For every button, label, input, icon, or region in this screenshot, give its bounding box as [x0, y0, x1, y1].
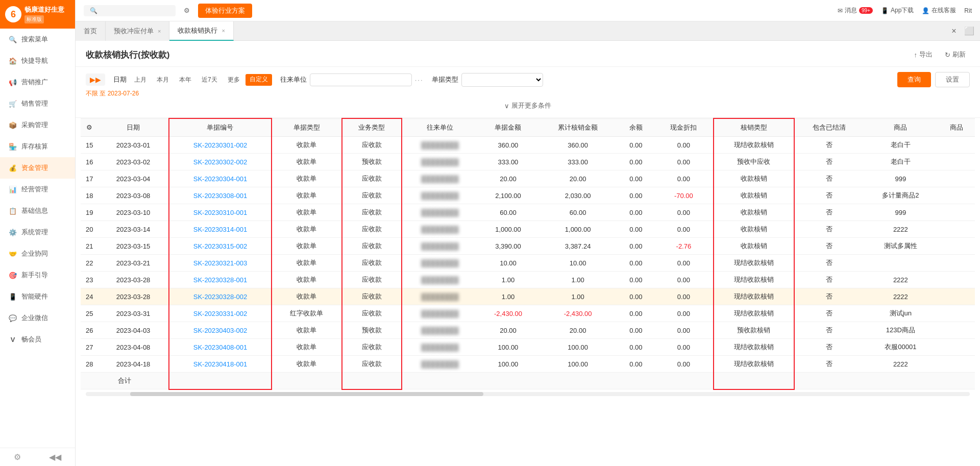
user-name[interactable]: Rit	[964, 7, 972, 14]
voucher-link[interactable]: SK-20230310-001	[193, 209, 248, 216]
expand-conditions-btn[interactable]: ∨ 展开更多条件	[86, 101, 970, 110]
col-header-balance: 余额	[618, 118, 655, 137]
voucher-link[interactable]: SK-20230331-002	[193, 310, 248, 317]
collapse-icon[interactable]: ◀◀	[49, 452, 61, 462]
sidebar-item-enterprise[interactable]: 🤝 企业协同	[0, 243, 75, 264]
voucher-link[interactable]: SK-20230308-001	[193, 192, 248, 200]
app-label: App下载	[891, 6, 914, 15]
filter-bar: ▶▶ 日期 上月 本月 本年 近7天 更多 自定义 往来单位	[76, 67, 980, 118]
cell-product2	[938, 322, 975, 339]
guide-icon: 🎯	[8, 271, 17, 280]
expand-tab-button[interactable]: ⬜	[963, 24, 976, 38]
close-tab-button[interactable]: ×	[947, 24, 961, 38]
sidebar-item-basic[interactable]: 📋 基础信息	[0, 200, 75, 222]
cell-biz-type: 应收款	[342, 170, 402, 187]
query-button[interactable]: 查询	[897, 72, 931, 87]
col-header-product2: 商品	[938, 118, 975, 137]
date-custom-btn[interactable]: 自定义	[246, 74, 272, 86]
service-icon: 👤	[922, 7, 929, 14]
message-button[interactable]: ✉ 消息 99+	[838, 6, 873, 15]
sidebar-item-inventory[interactable]: 🏪 库存核算	[0, 136, 75, 157]
cell-verify-amount: 333.00	[538, 154, 618, 170]
date-range-text: 不限 至 2023-07-26	[86, 90, 139, 97]
sidebar-item-quicknav[interactable]: 🏠 快捷导航	[0, 50, 75, 71]
gear-button[interactable]: ⚙	[180, 4, 194, 18]
partner-input[interactable]	[310, 73, 412, 86]
cell-balance: 0.00	[618, 322, 655, 339]
sidebar-item-wechat[interactable]: 💬 企业微信	[0, 307, 75, 329]
cell-product1: 衣服00001	[863, 339, 938, 356]
voucher-link[interactable]: SK-20230403-002	[193, 327, 248, 334]
filter-action-buttons: 查询 设置	[897, 72, 970, 87]
cell-balance: 0.00	[618, 221, 655, 238]
tab-verify[interactable]: 收款核销执行 ×	[169, 21, 233, 41]
voucher-link[interactable]: SK-20230328-001	[193, 276, 248, 284]
cell-discount: 0.00	[654, 339, 713, 356]
date-btn-last-month[interactable]: 上月	[130, 74, 151, 86]
voucher-link[interactable]: SK-20230314-001	[193, 226, 248, 233]
sidebar-item-purchase[interactable]: 📦 采购管理	[0, 114, 75, 136]
horizontal-scrollbar[interactable]	[86, 392, 970, 396]
cell-verify-type: 收款核销	[714, 170, 794, 187]
date-btn-7days[interactable]: 近7天	[197, 74, 222, 86]
cell-voucher-type: 收款单	[272, 187, 341, 204]
voucher-link[interactable]: SK-20230328-002	[193, 293, 248, 301]
page-title: 收款核销执行(按收款)	[86, 49, 169, 61]
voucher-link[interactable]: SK-20230321-003	[193, 259, 248, 267]
sidebar-item-system[interactable]: ⚙️ 系统管理	[0, 222, 75, 243]
cell-discount: 0.00	[654, 221, 713, 238]
sidebar-item-hardware[interactable]: 📱 智能硬件	[0, 286, 75, 307]
solution-button[interactable]: 体验行业方案	[198, 4, 252, 18]
sidebar-item-guide[interactable]: 🎯 新手引导	[0, 264, 75, 286]
table-row: 26 2023-04-03 SK-20230403-002 收款单 预收款 ██…	[81, 322, 975, 339]
tab-close-icon[interactable]: ×	[158, 28, 161, 34]
date-range-display: 不限 至 2023-07-26	[86, 89, 970, 98]
service-button[interactable]: 👤 在线客服	[922, 6, 956, 15]
wechat-icon: 💬	[8, 313, 17, 323]
date-btn-this-year[interactable]: 本年	[175, 74, 196, 86]
sidebar-item-sales[interactable]: 🛒 销售管理	[0, 93, 75, 114]
voucher-link[interactable]: SK-20230418-001	[193, 360, 248, 368]
table-area[interactable]: ⚙ 日期 单据编号 单据类型 业务类型 往来单位 单据金额 累计核销金额 余额 …	[76, 118, 980, 466]
cell-discount: 0.00	[654, 137, 713, 154]
sidebar-item-search[interactable]: 🔍 搜索菜单	[0, 29, 75, 50]
settings-button[interactable]: 设置	[935, 72, 970, 87]
scrollbar-thumb[interactable]	[130, 392, 484, 396]
col-header-verify-type: 核销类型	[714, 118, 794, 137]
date-btn-this-month[interactable]: 本月	[152, 74, 174, 86]
cell-amount: 100.00	[478, 356, 538, 373]
cell-product2	[938, 272, 975, 288]
tab-prepay[interactable]: 预收冲应付单 ×	[106, 21, 169, 41]
tab-close-icon[interactable]: ×	[222, 28, 225, 34]
sidebar-item-finance[interactable]: 💰 资金管理	[0, 157, 75, 179]
settings-icon[interactable]: ⚙	[14, 452, 21, 462]
refresh-button[interactable]: ↻ 刷新	[941, 48, 970, 61]
cell-partner: ████████	[402, 170, 478, 187]
voucher-link[interactable]: SK-20230302-002	[193, 158, 248, 166]
sidebar-item-member[interactable]: V 畅会员	[0, 329, 75, 350]
cell-balance: 0.00	[618, 255, 655, 272]
date-btn-more[interactable]: 更多	[223, 74, 244, 86]
voucher-type-select[interactable]	[461, 73, 543, 87]
cell-product2	[938, 154, 975, 170]
sidebar-item-operations[interactable]: 📊 经营管理	[0, 179, 75, 200]
voucher-link[interactable]: SK-20230408-001	[193, 344, 248, 351]
sidebar-item-marketing[interactable]: 📢 营销推广	[0, 71, 75, 93]
main-area: 🔍 ⚙ 体验行业方案 ✉ 消息 99+ 📱 App下载 👤 在线客服 Rit	[76, 0, 980, 466]
cell-no: 15	[81, 137, 98, 154]
voucher-link[interactable]: SK-20230315-002	[193, 242, 248, 250]
cell-voucher-no: SK-20230321-003	[169, 255, 272, 272]
tab-home[interactable]: 首页	[76, 21, 106, 41]
app-download-button[interactable]: 📱 App下载	[881, 6, 914, 15]
cell-product2	[938, 339, 975, 356]
col-header-settings[interactable]: ⚙	[81, 118, 98, 137]
footer-include-settled	[794, 373, 864, 389]
filter-expand-btn[interactable]: ▶▶	[86, 73, 105, 86]
export-button[interactable]: ↑ 导出	[910, 48, 937, 61]
voucher-link[interactable]: SK-20230304-001	[193, 175, 248, 183]
cell-verify-type: 预收中应收	[714, 154, 794, 170]
sidebar-item-label: 智能硬件	[21, 292, 48, 301]
footer-verify-type	[714, 373, 794, 389]
topbar-search-box[interactable]: 🔍	[84, 5, 176, 16]
voucher-link[interactable]: SK-20230301-002	[193, 141, 248, 149]
